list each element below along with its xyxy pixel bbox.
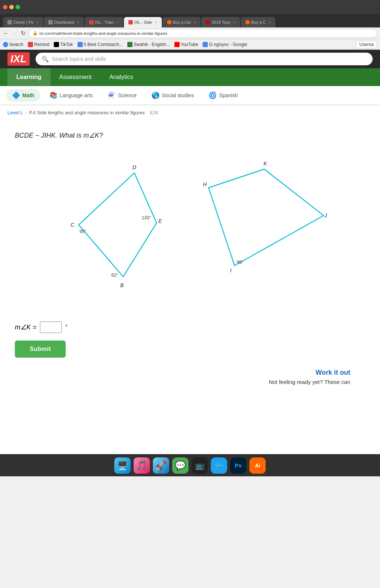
tab-buycar2[interactable]: Buy a C × <box>241 17 275 27</box>
problem-title: BCDE ~ JIHK. What is m∠K? <box>15 131 365 139</box>
bookmark-search[interactable]: Search <box>3 42 23 47</box>
buycar2-favicon <box>245 20 250 24</box>
bookmark-youtube[interactable]: YouTube <box>174 42 198 47</box>
tab-buycar[interactable]: Buy a Car × <box>163 17 201 27</box>
close-button[interactable] <box>3 5 7 9</box>
ixl-nav: Learning Assessment Analytics <box>0 68 380 86</box>
math-icon: 🔷 <box>12 91 20 99</box>
work-it-out-title: Work it out <box>15 369 350 377</box>
breadcrumb-level[interactable]: Level L <box>7 110 23 115</box>
svg-text:I: I <box>230 267 232 273</box>
subject-tabs: 🔷 Math 📚 Language arts ⚗️ Science 🌎 Soci… <box>0 86 380 105</box>
ixl-favicon <box>128 20 133 24</box>
back-button[interactable]: ← <box>3 30 9 37</box>
username-button[interactable]: Userna <box>356 41 377 48</box>
mac-dock: 🖥️ 🎵 🚀 💬 📺 🐦 Ps Ai <box>0 454 380 476</box>
svg-text:K: K <box>263 161 267 167</box>
breadcrumb-code: E2K <box>150 110 158 115</box>
clever-favicon <box>7 20 12 24</box>
tab-dashboard-label: Dashboard <box>54 20 74 24</box>
tab-ixl-trian[interactable]: IXL - Trian × <box>85 17 123 27</box>
tab-close[interactable]: × <box>233 20 236 24</box>
tab-close[interactable]: × <box>77 20 79 24</box>
submit-button[interactable]: Submit <box>15 341 66 358</box>
address-bar[interactable]: 🔒 ixl.com/math/level-l/side-lengths-and-… <box>29 29 377 38</box>
dock-finder[interactable]: 🖥️ <box>114 457 131 474</box>
nav-analytics[interactable]: Analytics <box>101 68 142 86</box>
refresh-button[interactable]: ↻ <box>21 30 26 37</box>
figures-container: C D E B 95° 133° 62° H K J I 95° <box>15 151 365 306</box>
tab-close[interactable]: × <box>269 20 271 24</box>
ngl-favicon <box>203 42 208 47</box>
ixl-app: IXL 🔍 Search topics and skills Learning … <box>0 50 380 454</box>
bookmark-tiktok[interactable]: TikTok <box>54 42 73 47</box>
ixl-favicon <box>89 20 94 24</box>
youtube-favicon <box>174 42 180 47</box>
tab-science-label: Science <box>118 92 137 98</box>
remind-favicon <box>28 42 33 47</box>
tab-ixl-trian-label: IXL - Trian <box>95 20 114 24</box>
dock-launchpad[interactable]: 🚀 <box>153 457 169 474</box>
tab-toyota-label: 2019 Toyo <box>212 20 230 24</box>
nav-assessment[interactable]: Assessment <box>50 68 101 86</box>
tab-language-arts[interactable]: 📚 Language arts <box>43 89 99 102</box>
svg-text:95°: 95° <box>79 229 86 234</box>
tabs-bar: Clever | Po × Dashboard × IXL - Trian × … <box>0 14 380 27</box>
tab-math-label: Math <box>22 92 35 98</box>
nav-learning[interactable]: Learning <box>7 68 50 86</box>
breadcrumb-separator: › <box>25 110 27 115</box>
tab-close[interactable]: × <box>155 20 157 24</box>
answer-input[interactable] <box>40 321 62 333</box>
spanish-icon: 🌀 <box>209 91 217 99</box>
swahili-favicon <box>127 42 132 47</box>
dock-photoshop[interactable]: Ps <box>230 457 246 474</box>
tab-close[interactable]: × <box>194 20 196 24</box>
breadcrumb-section: P.4 Side lengths and angle measures in s… <box>29 110 145 115</box>
toyota-favicon <box>206 20 210 24</box>
tab-spanish-label: Spanish <box>219 92 238 98</box>
tab-social-studies[interactable]: 🌎 Social studies <box>145 89 200 102</box>
search-input-container[interactable]: 🔍 Search topics and skills <box>36 53 373 65</box>
bookmark-comstarch[interactable]: 5 Best Comstarch... <box>78 42 123 47</box>
dock-messages[interactable]: 💬 <box>172 457 189 474</box>
bookmark-ngl-label: G nglsync - Google <box>209 42 247 47</box>
dock-tv[interactable]: 📺 <box>191 457 208 474</box>
tab-ixl-side[interactable]: IXL - Side × <box>124 17 162 27</box>
minimize-button[interactable] <box>9 5 14 9</box>
dock-bird[interactable]: 🐦 <box>211 457 227 474</box>
svg-marker-0 <box>79 173 157 277</box>
bookmark-search-label: Search <box>9 42 23 47</box>
dock-music[interactable]: 🎵 <box>134 457 150 474</box>
buycar-favicon <box>167 20 171 24</box>
tab-dashboard[interactable]: Dashboard × <box>44 17 84 27</box>
tab-clever-label: Clever | Po <box>13 20 33 24</box>
tab-close[interactable]: × <box>117 20 119 24</box>
svg-text:E: E <box>158 218 162 224</box>
tab-clever[interactable]: Clever | Po × <box>3 17 43 27</box>
bookmark-swahili-label: Swahili - English... <box>134 42 170 47</box>
search-placeholder: Search topics and skills <box>52 56 106 62</box>
maximize-button[interactable] <box>16 5 20 9</box>
svg-text:B: B <box>120 282 124 288</box>
tab-close[interactable]: × <box>36 20 39 24</box>
tab-language-arts-label: Language arts <box>60 92 93 98</box>
tab-spanish[interactable]: 🌀 Spanish <box>203 89 244 102</box>
bookmark-swahili[interactable]: Swahili - English... <box>127 42 170 47</box>
breadcrumb: Level L › P.4 Side lengths and angle mea… <box>0 105 380 120</box>
svg-marker-8 <box>209 169 324 266</box>
tab-buycar2-label: Buy a C <box>251 20 266 24</box>
forward-button[interactable]: → <box>12 30 18 37</box>
not-ready-text: Not feeling ready yet? These can <box>15 379 350 385</box>
work-section: Work it out Not feeling ready yet? These… <box>15 369 365 385</box>
language-arts-icon: 📚 <box>49 91 58 99</box>
dashboard-favicon <box>48 20 53 24</box>
dock-illustrator[interactable]: Ai <box>249 457 266 474</box>
bookmark-ngl[interactable]: G nglsync - Google <box>203 42 247 47</box>
svg-text:D: D <box>132 164 136 170</box>
tab-buycar-label: Buy a Car <box>173 20 191 24</box>
tab-toyota[interactable]: 2019 Toyo × <box>201 17 240 27</box>
tab-science[interactable]: ⚗️ Science <box>102 89 142 102</box>
tab-math[interactable]: 🔷 Math <box>6 89 40 102</box>
bookmark-youtube-label: YouTube <box>181 42 198 47</box>
bookmark-remind[interactable]: Remind <box>28 42 49 47</box>
